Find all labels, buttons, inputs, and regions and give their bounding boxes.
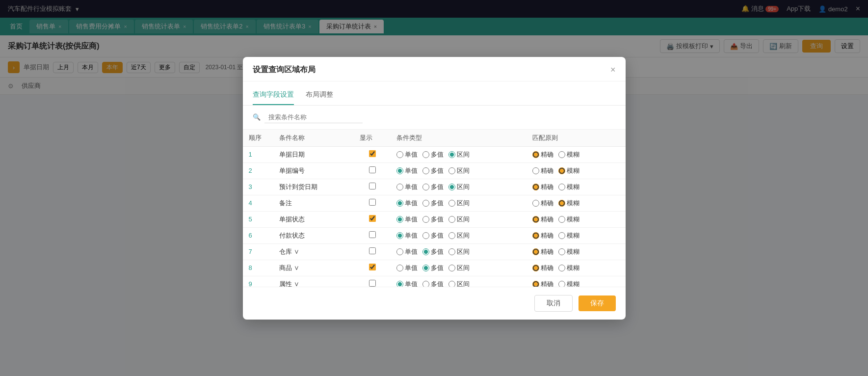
dialog-header: 设置查询区域布局 × <box>243 57 626 81</box>
dialog-title: 设置查询区域布局 <box>253 65 316 75</box>
dialog-close-button[interactable]: × <box>610 65 616 75</box>
tab-layout-adjust[interactable]: 布局调整 <box>306 87 333 95</box>
dialog-tabs: 查询字段设置 布局调整 <box>243 81 626 95</box>
tab-query-fields[interactable]: 查询字段设置 <box>253 87 294 95</box>
modal-overlay: 设置查询区域布局 × 查询字段设置 布局调整 🔍 顺序 条件名称 <box>0 0 868 95</box>
settings-dialog: 设置查询区域布局 × 查询字段设置 布局调整 🔍 顺序 条件名称 <box>243 57 626 95</box>
